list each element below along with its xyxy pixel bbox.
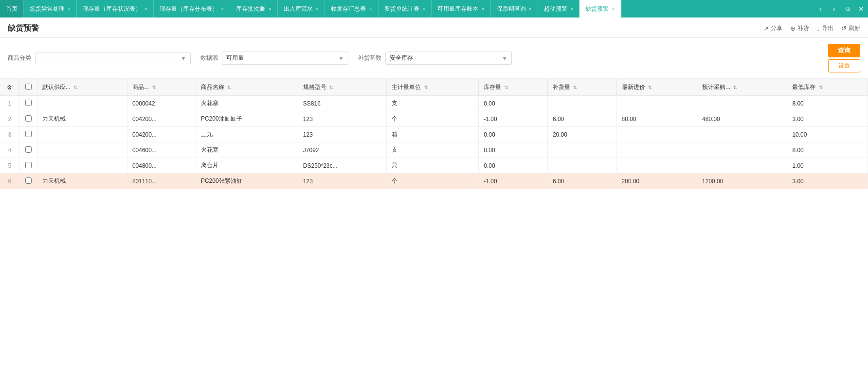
row-select-checkbox-0[interactable] [25,100,32,106]
row-est-purchase-3 [697,142,787,158]
tab-abnormal-close[interactable]: × [68,6,71,12]
col-product-name[interactable]: 商品名称 ⇅ [196,79,298,96]
tab-home[interactable]: 首页 [0,0,24,18]
tab-expiry-query[interactable]: 保质期查询 × [491,0,538,18]
tab-overstock[interactable]: 超储预警 × [538,0,579,18]
row-latest-price-0 [616,96,697,111]
row-supplier-2 [37,127,127,142]
tab-available-ledger-close[interactable]: × [481,6,484,12]
filter-bar: 商品分类 ▼ 数据源 可用量 ▼ 补货基数 安全库存 ▼ 查询 设置 [0,38,868,79]
row-select-checkbox-3[interactable] [25,146,32,153]
row-index-4: 5 [0,158,19,174]
row-replenish-3 [547,142,616,158]
col-replenish-label: 补货量 [553,84,570,90]
row-supplier-3 [37,142,127,158]
col-checkbox[interactable] [19,79,37,96]
row-checkbox-3[interactable] [19,142,37,158]
col-unit[interactable]: 主计量单位 ⇅ [386,79,478,96]
row-select-checkbox-1[interactable] [25,115,32,122]
min-stock-sort-icon: ⇅ [819,85,823,90]
tab-abnormal[interactable]: 炼货异常处理 × [24,0,77,18]
row-latest-price-3 [616,142,697,158]
col-min-stock-label: 最低库存 [792,84,815,90]
tab-shortage-close[interactable]: × [612,6,615,12]
refresh-label: 刷新 [849,24,860,33]
tab-available-ledger[interactable]: 可用量库存账本 × [432,0,490,18]
table-row: 6 力天机械 801110... PC200张紧油缸 123 个 -1.00 6… [0,174,868,189]
tab-prev-btn[interactable]: ‹ [814,0,827,18]
col-replenish[interactable]: 补货量 ⇅ [547,79,616,96]
tab-restore-btn[interactable]: ⧉ [841,0,854,18]
row-checkbox-2[interactable] [19,127,37,142]
col-supplier-label: 默认供应... [42,84,71,90]
row-replenish-2: 20.00 [547,127,616,142]
table-row: 4 004600... 火花塞 J7092 支 0.00 8.00 [0,142,868,158]
datasource-chevron-icon: ▼ [338,55,344,62]
tab-batch-account[interactable]: 库存批次账 × [230,0,277,18]
tab-inventory-dist-close[interactable]: × [221,6,224,12]
export-btn[interactable]: ↓ 导出 [817,24,834,33]
col-latest-price[interactable]: 最新进价 ⇅ [616,79,697,96]
tab-inout-flow-close[interactable]: × [316,6,319,12]
col-product-code[interactable]: 商品... ⇅ [127,79,196,96]
tab-close-all-btn[interactable]: ✕ [854,0,868,18]
row-checkbox-1[interactable] [19,111,37,127]
tab-inventory-status[interactable]: 现存量（库存状况表） × [77,0,153,18]
col-supplier[interactable]: 默认供应... ⇅ [37,79,127,96]
row-checkbox-5[interactable] [19,174,37,189]
tab-inout-flow[interactable]: 出入库流水 × [278,0,325,18]
tab-collect-summary-close[interactable]: × [369,6,372,12]
row-stock-0: 0.00 [479,96,548,111]
row-checkbox-0[interactable] [19,96,37,111]
settings-button[interactable]: 设置 [828,59,860,72]
export-icon: ↓ [817,25,820,32]
col-spec[interactable]: 规格型号 ⇅ [298,79,386,96]
row-select-checkbox-4[interactable] [25,162,32,168]
header-actions: ↗ 分享 ⊕ 补货 ↓ 导出 ↺ 刷新 [763,24,861,33]
category-select[interactable]: ▼ [35,53,191,64]
col-stock[interactable]: 库存量 ⇅ [479,79,548,96]
share-btn[interactable]: ↗ 分享 [763,24,782,33]
row-latest-price-1: 80.00 [616,111,697,127]
tab-expiry-query-close[interactable]: × [529,6,532,12]
row-replenish-5: 6.00 [547,174,616,189]
replenish-btn[interactable]: ⊕ 补货 [790,24,809,33]
latest-price-sort-icon: ⇅ [648,85,652,90]
replenish-base-filter-group: 补货基数 安全库存 ▼ [358,52,512,65]
tab-inventory-dist-label: 现存量（库存分布表） [160,5,218,13]
row-checkbox-4[interactable] [19,158,37,174]
replenish-sort-icon: ⇅ [573,85,577,90]
row-supplier-0 [37,96,127,111]
col-gear[interactable]: ⚙ [0,79,19,96]
row-product-name-1: PC200油缸缸子 [196,111,298,127]
tab-overstock-close[interactable]: × [570,6,573,12]
tab-next-btn[interactable]: › [827,0,841,18]
col-latest-price-label: 最新进价 [622,84,645,90]
refresh-btn[interactable]: ↺ 刷新 [841,24,860,33]
select-all-checkbox[interactable] [25,84,32,90]
filter-actions: 查询 设置 [828,44,860,72]
row-product-name-4: 离合片 [196,158,298,174]
query-button[interactable]: 查询 [828,44,860,57]
tab-shortage[interactable]: 缺货预警 × [579,0,621,18]
row-index-3: 4 [0,142,19,158]
row-min-stock-1: 3.00 [787,111,868,127]
row-select-checkbox-2[interactable] [25,131,32,137]
row-supplier-5: 力天机械 [37,174,127,189]
row-select-checkbox-5[interactable] [25,177,32,184]
share-label: 分享 [771,24,782,33]
replenish-base-select[interactable]: 安全库存 ▼ [385,52,512,65]
datasource-select[interactable]: 可用量 ▼ [222,52,348,65]
col-est-purchase[interactable]: 预计采购... ⇅ [697,79,787,96]
tab-inventory-status-close[interactable]: × [144,6,147,12]
export-label: 导出 [822,24,833,33]
tab-order-stats-close[interactable]: × [422,6,425,12]
tab-order-stats[interactable]: 要货单统计表 × [379,0,432,18]
tab-collect-summary[interactable]: 收发存汇总表 × [325,0,378,18]
col-min-stock[interactable]: 最低库存 ⇅ [787,79,868,96]
col-stock-label: 库存量 [484,84,501,90]
row-est-purchase-0 [697,96,787,111]
tab-batch-account-close[interactable]: × [268,6,271,12]
tab-inventory-dist[interactable]: 现存量（库存分布表） × [154,0,230,18]
col-est-purchase-label: 预计采购... [702,84,730,90]
